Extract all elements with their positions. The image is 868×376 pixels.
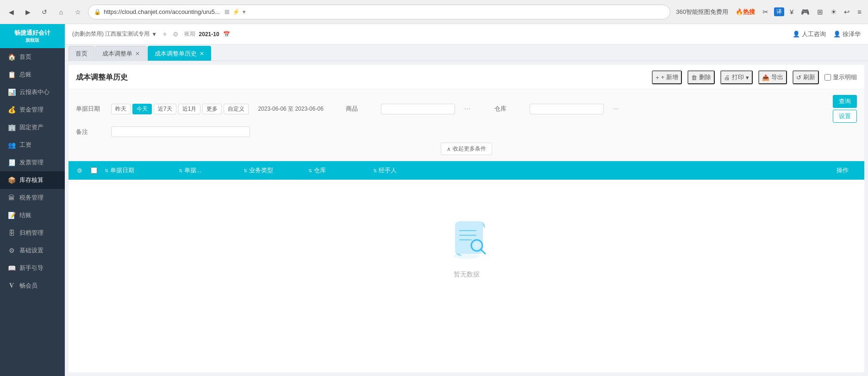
sidebar-item-payroll[interactable]: 👥 工资 bbox=[0, 136, 65, 154]
currency-tool[interactable]: ¥ bbox=[788, 7, 795, 17]
th-checkbox-col[interactable] bbox=[87, 167, 101, 174]
logo-line2: 旗舰版 bbox=[14, 37, 50, 43]
th-handler[interactable]: ⇅ 经手人 bbox=[369, 166, 434, 175]
sidebar-item-vip[interactable]: V 畅会员 bbox=[0, 277, 65, 295]
hot-search-label[interactable]: 🔥热搜 bbox=[734, 7, 757, 17]
sidebar-label-reports: 云报表中心 bbox=[19, 88, 50, 96]
notes-input[interactable] bbox=[111, 126, 250, 137]
empty-state: 暂无数据 bbox=[69, 180, 864, 316]
ledger-icon: 📋 bbox=[7, 71, 16, 78]
tab-cost-adjust-close[interactable]: ✕ bbox=[135, 50, 140, 57]
refresh-button[interactable]: ↺ bbox=[38, 6, 51, 19]
sidebar-label-ledger: 总账 bbox=[19, 70, 31, 79]
person-icon: 👤 bbox=[793, 31, 800, 38]
undo-tool[interactable]: ↩ bbox=[842, 7, 852, 17]
warehouse-more-dots[interactable]: ··· bbox=[611, 105, 621, 113]
dropdown-icon[interactable]: ▾ bbox=[243, 8, 246, 15]
consult-btn[interactable]: 👤 人工咨询 bbox=[793, 30, 826, 38]
print-btn[interactable]: 🖨 打印 ▾ bbox=[720, 70, 753, 84]
star-button[interactable]: ☆ bbox=[71, 6, 84, 19]
tab-cost-adjust[interactable]: 成本调整单 ✕ bbox=[95, 46, 147, 61]
forward-button[interactable]: ▶ bbox=[21, 6, 34, 19]
sidebar-item-guide[interactable]: 📖 新手引导 bbox=[0, 259, 65, 277]
archive-icon: 🗄 bbox=[7, 229, 16, 237]
page-header: 成本调整单历史 + + 新增 🗑 删除 🖨 打印 ▾ bbox=[69, 65, 864, 89]
topbar-settings-icon[interactable]: ⚙ bbox=[173, 31, 179, 38]
back-button[interactable]: ◀ bbox=[5, 6, 18, 19]
sidebar-item-settings[interactable]: ⚙ 基础设置 bbox=[0, 242, 65, 259]
sidebar-item-archive[interactable]: 🗄 归档管理 bbox=[0, 224, 65, 242]
warehouse-input[interactable] bbox=[530, 104, 604, 114]
page-content: 成本调整单历史 + + 新增 🗑 删除 🖨 打印 ▾ bbox=[69, 65, 864, 372]
sidebar-item-ledger[interactable]: 📋 总账 bbox=[0, 66, 65, 83]
collapse-btn[interactable]: ∧ 收起更多条件 bbox=[441, 143, 492, 155]
delete-icon: 🗑 bbox=[691, 74, 697, 81]
game-tool[interactable]: 🎮 bbox=[799, 7, 812, 17]
filter-row-date: 单据日期 昨天 今天 近7天 近1月 更多 自定义 2023-06-06 至 2… bbox=[76, 95, 857, 123]
date-btn-1month[interactable]: 近1月 bbox=[178, 104, 201, 114]
th-no[interactable]: ⇅ 单据... bbox=[175, 166, 240, 175]
notes-filter-label: 备注 bbox=[76, 128, 104, 136]
sidebar-item-home[interactable]: 🏠 首页 bbox=[0, 48, 65, 66]
delete-btn[interactable]: 🗑 删除 bbox=[687, 70, 715, 84]
sun-tool[interactable]: ☀ bbox=[829, 7, 838, 17]
tax-icon: 🏛 bbox=[7, 194, 16, 201]
translate-tool[interactable]: 译 bbox=[774, 7, 784, 16]
filter-area: 单据日期 昨天 今天 近7天 近1月 更多 自定义 2023-06-06 至 2… bbox=[69, 89, 864, 161]
filter-settings-btn[interactable]: 设置 bbox=[833, 110, 857, 123]
sidebar-item-reports[interactable]: 📊 云报表中心 bbox=[0, 83, 65, 101]
url-text: https://cloud.chanjet.com/accounting/uru… bbox=[104, 8, 220, 15]
company-selector[interactable]: (勿删勿禁用) 江西服宝测试专用 ▼ bbox=[72, 30, 157, 38]
new-btn[interactable]: + + 新增 bbox=[652, 70, 682, 84]
user-btn[interactable]: 👤 徐泽华 bbox=[833, 30, 861, 38]
sidebar-item-funds[interactable]: 💰 资金管理 bbox=[0, 101, 65, 119]
period-value: 2021-10 bbox=[199, 31, 219, 38]
date-btn-custom[interactable]: 自定义 bbox=[224, 104, 249, 114]
sidebar-item-closing[interactable]: 📝 结账 bbox=[0, 207, 65, 224]
th-settings-col[interactable]: ⚙ bbox=[72, 167, 87, 174]
th-ops: 操作 bbox=[833, 166, 861, 175]
sidebar-item-inventory[interactable]: 📦 库存核算 bbox=[0, 171, 65, 189]
calendar-icon: 📅 bbox=[223, 31, 230, 38]
display-checkbox[interactable] bbox=[824, 74, 831, 81]
sidebar-label-invoice: 发票管理 bbox=[19, 158, 44, 167]
query-btn[interactable]: 查询 bbox=[833, 95, 857, 108]
goods-input[interactable] bbox=[381, 104, 455, 114]
invoice-icon: 🧾 bbox=[7, 159, 16, 166]
tab-cost-adjust-history-close[interactable]: ✕ bbox=[200, 50, 204, 57]
sidebar-item-tax[interactable]: 🏛 税务管理 bbox=[0, 189, 65, 207]
select-all-checkbox[interactable] bbox=[91, 167, 97, 174]
th-warehouse[interactable]: ⇅ 仓库 bbox=[305, 166, 369, 175]
display-toggle[interactable]: 显示明细 bbox=[824, 73, 857, 81]
search-hint: 360智能抠图免费用 bbox=[674, 7, 730, 17]
period-selector[interactable]: 账期 2021-10 📅 bbox=[184, 30, 230, 38]
svg-point-5 bbox=[474, 242, 480, 249]
date-btn-more[interactable]: 更多 bbox=[202, 104, 222, 114]
th-date[interactable]: ⇅ 单据日期 bbox=[101, 166, 175, 175]
th-type[interactable]: ⇅ 业务类型 bbox=[240, 166, 305, 175]
export-btn[interactable]: 📤 导出 bbox=[758, 70, 787, 84]
refresh-btn[interactable]: ↺ 刷新 bbox=[793, 70, 819, 84]
scissors-tool[interactable]: ✂ bbox=[761, 7, 770, 17]
tab-home[interactable]: 首页 bbox=[69, 46, 94, 61]
sidebar-item-invoice[interactable]: 🧾 发票管理 bbox=[0, 154, 65, 171]
date-btn-yesterday[interactable]: 昨天 bbox=[111, 104, 131, 114]
date-btn-7days[interactable]: 近7天 bbox=[154, 104, 176, 114]
table-settings-icon[interactable]: ⚙ bbox=[77, 167, 82, 174]
th-handler-label: 经手人 bbox=[379, 166, 397, 175]
vip-icon: V bbox=[7, 282, 16, 289]
goods-more-dots[interactable]: ··· bbox=[462, 105, 472, 113]
date-btns: 昨天 今天 近7天 近1月 更多 自定义 bbox=[111, 104, 249, 114]
date-btn-today[interactable]: 今天 bbox=[132, 104, 152, 114]
sidebar-item-assets[interactable]: 🏢 固定资产 bbox=[0, 119, 65, 136]
tab-cost-adjust-history[interactable]: 成本调整单历史 ✕ bbox=[148, 46, 211, 61]
url-bar[interactable]: 🔒 https://cloud.chanjet.com/accounting/u… bbox=[88, 5, 670, 19]
th-no-label: 单据... bbox=[184, 166, 201, 175]
reports-icon: 📊 bbox=[7, 88, 16, 96]
menu-tool[interactable]: ≡ bbox=[856, 7, 863, 17]
tab-home-label: 首页 bbox=[75, 50, 87, 58]
period-label: 账期 bbox=[184, 30, 195, 38]
add-tab-btn[interactable]: + bbox=[162, 30, 167, 38]
home-button[interactable]: ⌂ bbox=[55, 6, 68, 19]
grid-tool[interactable]: ⊞ bbox=[815, 7, 825, 17]
